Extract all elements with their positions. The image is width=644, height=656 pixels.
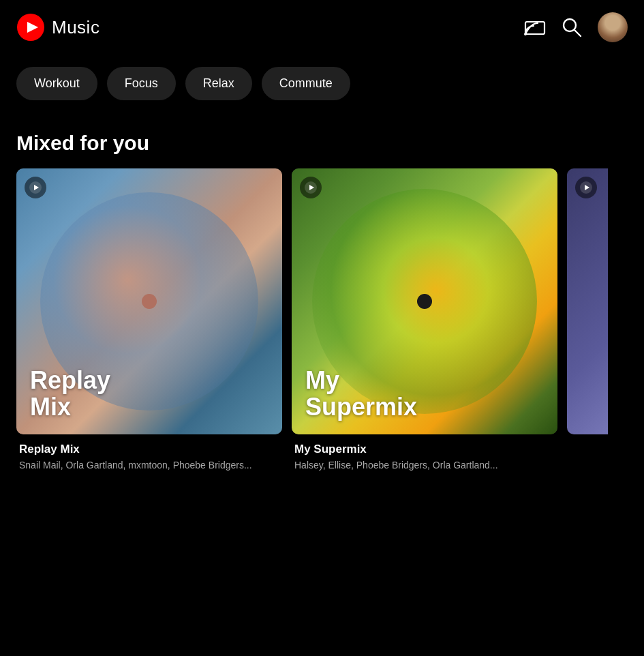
card-overlay-title-supermix: My Supermix [305, 367, 417, 421]
card-info-supermix: My Supermix Halsey, Ellise, Phoebe Bridg… [292, 434, 557, 475]
card-overlay-supermix: My Supermix [305, 367, 417, 421]
play-icon-replay[interactable] [25, 177, 46, 198]
chip-relax[interactable]: Relax [185, 67, 252, 100]
card-overlay-replay: Replay Mix [30, 367, 110, 421]
card-thumbnail-supermix: My Supermix [292, 168, 557, 434]
logo-group: Music [16, 13, 99, 42]
play-icon-supermix[interactable] [300, 177, 322, 198]
svg-point-3 [524, 33, 527, 35]
disc-mymix [567, 168, 608, 434]
card-thumbnail-mymix [567, 168, 608, 434]
app-header: Music [0, 0, 644, 55]
card-info-title-replay: Replay Mix [19, 443, 279, 456]
card-info-subtitle-replay: Snail Mail, Orla Gartland, mxmtoon, Phoe… [19, 459, 279, 473]
card-my-supermix[interactable]: My Supermix My Supermix Halsey, Ellise, … [292, 168, 557, 475]
search-button[interactable] [561, 16, 583, 38]
youtube-music-logo[interactable] [16, 13, 45, 42]
chip-commute[interactable]: Commute [262, 67, 350, 100]
app-title: Music [52, 17, 99, 38]
disc-center-supermix [417, 294, 432, 309]
chip-focus[interactable]: Focus [107, 67, 176, 100]
card-info-subtitle-supermix: Halsey, Ellise, Phoebe Bridgers, Orla Ga… [294, 459, 555, 473]
card-info-title-supermix: My Supermix [294, 443, 555, 456]
card-overlay-title-replay: Replay Mix [30, 367, 110, 421]
card-info-replay: Replay Mix Snail Mail, Orla Gartland, mx… [16, 434, 282, 475]
user-avatar[interactable] [598, 12, 628, 42]
header-actions [524, 12, 628, 42]
play-icon-mymix[interactable] [575, 177, 597, 198]
filter-chips-row: Workout Focus Relax Commute [0, 55, 644, 113]
cast-button[interactable] [524, 16, 546, 38]
section-title-mixed: Mixed for you [0, 113, 644, 168]
card-replay-mix[interactable]: Replay Mix Replay Mix Snail Mail, Orla G… [16, 168, 282, 475]
chip-workout[interactable]: Workout [16, 67, 97, 100]
disc-center-replay [142, 294, 157, 309]
svg-line-5 [574, 30, 581, 36]
avatar-image [598, 12, 628, 42]
mixed-for-you-cards: Replay Mix Replay Mix Snail Mail, Orla G… [0, 168, 644, 475]
card-thumbnail-replay-mix: Replay Mix [16, 168, 282, 434]
card-my-mix-partial[interactable] [567, 168, 608, 475]
